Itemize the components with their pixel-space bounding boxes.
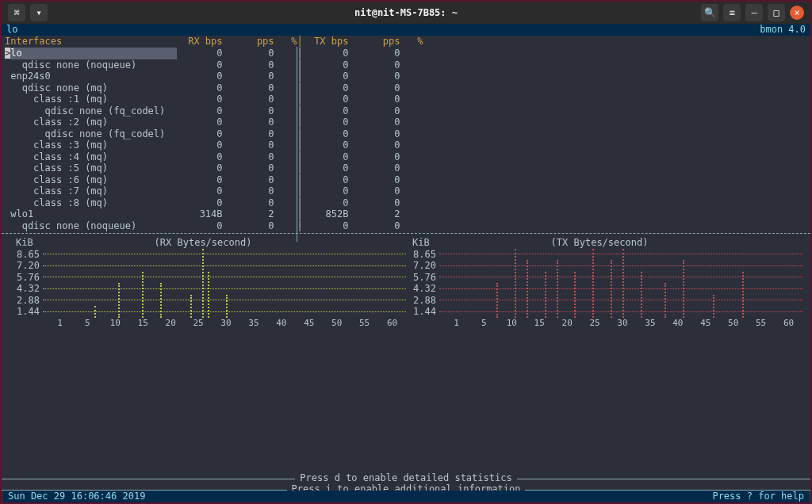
x-tick: 10 [498, 318, 526, 330]
chart-spike [118, 283, 120, 318]
x-tick: 15 [129, 318, 157, 330]
x-tick: 60 [775, 318, 802, 330]
x-tick: 10 [102, 318, 129, 330]
status-help: Press ? for help [712, 491, 804, 502]
chart-spike [611, 260, 612, 318]
search-icon[interactable]: 🔍 [701, 4, 718, 21]
interface-row[interactable]: class :6 (mq) 0 0 │ 0 0 [5, 174, 810, 186]
y-tick: 1.44 [16, 306, 43, 318]
y-tick: 8.65 [412, 249, 439, 261]
interface-row[interactable]: enp24s0 0 0 │ 0 0 [5, 71, 810, 82]
x-tick: 40 [664, 318, 691, 330]
charts: KiB(RX Bytes/second)8.657.205.764.322.88… [2, 237, 810, 329]
x-tick: 60 [378, 318, 406, 330]
chart-title: (RX Bytes/second) [48, 237, 406, 249]
status-datetime: Sun Dec 29 16:06:46 2019 [8, 491, 145, 502]
x-tick: 20 [553, 318, 581, 330]
y-tick: 2.88 [16, 295, 43, 307]
chart-unit: KiB [16, 237, 48, 249]
x-tick: 55 [747, 318, 775, 330]
interface-row[interactable]: qdisc none (mq) 0 0 │ 0 0 [5, 82, 810, 94]
y-tick: 7.20 [412, 260, 439, 272]
interface-row[interactable]: class :7 (mq) 0 0 │ 0 0 [5, 185, 810, 197]
interface-rows: >lo 0 0 │ 0 0 qdisc none (noqueue) 0 0 │… [2, 48, 810, 231]
chart-spike [574, 272, 576, 318]
x-tick: 1 [46, 318, 74, 330]
x-tick: 15 [526, 318, 553, 330]
rx-chart: KiB(RX Bytes/second)8.657.205.764.322.88… [16, 237, 406, 329]
interface-row[interactable]: class :3 (mq) 0 0 │ 0 0 [5, 139, 810, 151]
chart-spike [641, 272, 642, 318]
interface-row[interactable]: class :2 (mq) 0 0 │ 0 0 [5, 116, 810, 128]
chart-spike [496, 283, 498, 318]
x-tick: 30 [609, 318, 637, 330]
x-tick: 25 [185, 318, 213, 330]
y-tick: 2.88 [412, 295, 439, 307]
chart-spike [713, 295, 714, 318]
footer-block: Press d to enable detailed statistics Pr… [2, 468, 810, 491]
x-tick: 55 [350, 318, 378, 330]
interface-row[interactable]: qdisc none (fq_codel) 0 0 │ 0 0 [5, 128, 810, 140]
status-bar: Sun Dec 29 16:06:46 2019 Press ? for hel… [3, 491, 809, 502]
y-tick: 4.32 [16, 283, 43, 295]
y-tick: 4.32 [412, 283, 439, 295]
interface-row[interactable]: class :1 (mq) 0 0 │ 0 0 [5, 94, 810, 105]
x-tick: 5 [74, 318, 102, 330]
terminal-icon[interactable]: ⌘ [8, 4, 25, 21]
x-tick: 45 [295, 318, 323, 330]
chart-spike [190, 295, 192, 318]
chart-spike [622, 249, 624, 318]
chart-spike [742, 272, 744, 318]
chart-spike [557, 260, 558, 318]
y-tick: 5.76 [16, 272, 43, 284]
interface-row[interactable]: class :8 (mq) 0 0 │ 0 0 [5, 197, 810, 209]
x-tick: 30 [213, 318, 240, 330]
horizontal-divider [2, 233, 810, 234]
tx-chart: KiB(TX Bytes/second)8.657.205.764.322.88… [412, 237, 802, 329]
chart-spike [545, 272, 546, 318]
chart-unit: KiB [412, 237, 444, 249]
y-tick: 7.20 [16, 260, 43, 272]
minimize-icon[interactable]: ― [745, 4, 763, 21]
chart-spike [160, 283, 162, 318]
interface-row[interactable]: qdisc none (fq_codel) 0 0 │ 0 0 [5, 105, 810, 117]
chart-spike [665, 283, 666, 318]
interface-row[interactable]: qdisc none (noqueue) 0 0 │ 0 0 [5, 220, 810, 232]
interface-row[interactable]: qdisc none (noqueue) 0 0 │ 0 0 [5, 59, 810, 71]
x-tick: 50 [719, 318, 747, 330]
interface-row[interactable]: class :4 (mq) 0 0 │ 0 0 [5, 151, 810, 163]
chart-spike [202, 249, 204, 318]
current-interface: lo [6, 24, 17, 36]
y-tick: 1.44 [412, 306, 439, 318]
terminal-body[interactable]: lo bmon 4.0 Interfaces RX bps pps %│ TX … [0, 24, 812, 504]
maximize-icon[interactable]: □ [768, 4, 785, 21]
interface-row[interactable]: class :5 (mq) 0 0 │ 0 0 [5, 162, 810, 174]
chart-spike [592, 249, 594, 318]
y-tick: 5.76 [412, 272, 439, 284]
x-tick: 50 [323, 318, 350, 330]
bmon-topline: lo bmon 4.0 [2, 24, 810, 36]
x-tick: 1 [442, 318, 470, 330]
x-tick: 35 [636, 318, 664, 330]
x-tick: 25 [581, 318, 609, 330]
menu-icon[interactable]: ≡ [723, 4, 741, 21]
chart-spike [142, 272, 144, 318]
x-tick: 35 [239, 318, 267, 330]
chart-spike [515, 249, 516, 318]
window-titlebar: ⌘ ▾ nit@nit-MS-7B85: ~ 🔍 ≡ ― □ × [0, 0, 812, 24]
new-tab-icon[interactable]: ▾ [30, 4, 48, 21]
chart-spike [94, 306, 96, 318]
chart-spike [527, 260, 528, 318]
column-headers: Interfaces RX bps pps %│ TX bps pps % [2, 36, 810, 48]
interface-row[interactable]: wlo1 314B 2 │ 852B 2 [5, 208, 810, 220]
window-title: nit@nit-MS-7B85: ~ [354, 7, 458, 18]
x-tick: 5 [470, 318, 498, 330]
x-tick: 40 [267, 318, 295, 330]
x-tick: 45 [691, 318, 719, 330]
chart-spike [226, 295, 228, 318]
interface-row[interactable]: >lo 0 0 │ 0 0 [5, 48, 810, 59]
chart-spike [683, 260, 684, 318]
y-tick: 8.65 [16, 249, 43, 261]
vertical-divider [297, 47, 297, 242]
close-icon[interactable]: × [790, 6, 804, 20]
